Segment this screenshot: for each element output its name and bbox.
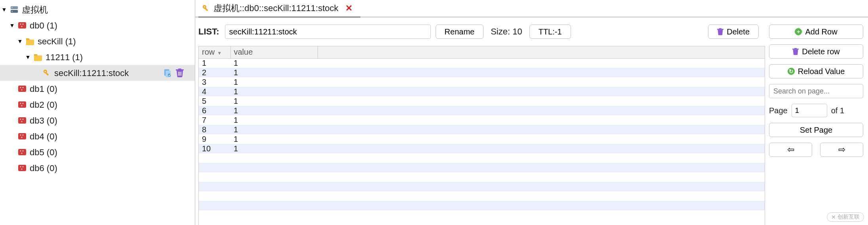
cell-row: 6	[199, 106, 230, 115]
cell-value: 1	[230, 58, 318, 68]
cell-value: 1	[230, 77, 318, 87]
svg-point-36	[20, 151, 21, 152]
expand-arrow-icon[interactable]: ▼	[25, 54, 31, 60]
cell-value: 1	[230, 134, 318, 144]
plus-icon: +	[795, 28, 802, 35]
svg-point-37	[23, 151, 24, 152]
tree-node-db2[interactable]: db2 (0)	[0, 97, 195, 113]
col-value-header[interactable]: value	[230, 46, 318, 58]
svg-rect-47	[719, 28, 721, 29]
table-row[interactable]: 61	[199, 106, 765, 115]
table-row-empty	[199, 182, 765, 191]
add-row-button[interactable]: + Add Row	[769, 25, 863, 39]
delete-key-button[interactable]: Delete	[708, 25, 759, 39]
content: LIST: Rename Size: 10 TTL:-1 Delete	[195, 17, 868, 225]
svg-point-20	[20, 87, 21, 88]
tab-current-key[interactable]: 虚拟机::db0::secKill:11211:stock ✕	[198, 0, 360, 17]
col-row-header[interactable]: row▼	[199, 46, 230, 58]
tree-node-db3[interactable]: db3 (0)	[0, 113, 195, 128]
tree-node-label: db4 (0)	[30, 132, 57, 141]
tree-node-server[interactable]: ▼ 虚拟机	[0, 2, 195, 17]
svg-point-6	[23, 24, 24, 25]
expand-arrow-icon[interactable]: ▼	[17, 38, 23, 44]
cell-row: 7	[199, 115, 230, 125]
svg-point-44	[204, 6, 205, 8]
svg-point-34	[21, 137, 23, 138]
key-size-label: Size: 10	[491, 27, 522, 37]
rename-button[interactable]: Rename	[436, 25, 484, 39]
svg-point-5	[20, 24, 21, 25]
cell-value: 1	[230, 87, 318, 96]
table-row[interactable]: 51	[199, 96, 765, 106]
search-on-page-input[interactable]	[769, 84, 863, 98]
cell-value: 1	[230, 106, 318, 115]
svg-rect-19	[18, 86, 26, 92]
next-page-button[interactable]: ⇨	[820, 143, 863, 157]
tree-node-db1[interactable]: db1 (0)	[0, 81, 195, 97]
copy-key-icon[interactable]	[163, 69, 172, 77]
close-tab-icon[interactable]: ✕	[345, 3, 352, 13]
right-actions: + Add Row Delete row ↻ Reload Value Page	[765, 17, 868, 225]
svg-point-38	[21, 153, 23, 154]
tabbar: 虚拟机::db0::secKill:11211:stock ✕	[195, 0, 868, 17]
reload-value-button[interactable]: ↻ Reload Value	[769, 64, 863, 78]
key-name-input[interactable]	[225, 25, 431, 39]
main-pane: 虚拟机::db0::secKill:11211:stock ✕ LIST: Re…	[195, 0, 868, 225]
table-row-empty	[199, 172, 765, 182]
database-icon	[17, 20, 27, 31]
svg-point-7	[21, 26, 23, 27]
svg-rect-4	[18, 22, 26, 29]
cell-value: 1	[230, 68, 318, 77]
svg-point-32	[20, 135, 21, 136]
svg-point-21	[23, 87, 24, 88]
database-icon	[17, 147, 27, 157]
page-of-label: of 1	[831, 106, 844, 115]
page-label: Page	[769, 106, 788, 115]
svg-rect-35	[18, 149, 26, 155]
server-icon	[9, 4, 19, 15]
table-row[interactable]: 81	[199, 125, 765, 134]
database-icon	[17, 84, 27, 94]
svg-point-41	[23, 166, 24, 168]
table-row[interactable]: 71	[199, 115, 765, 125]
database-icon	[17, 99, 27, 110]
folder-icon	[33, 52, 43, 62]
delete-row-button[interactable]: Delete row	[769, 44, 863, 59]
svg-rect-27	[18, 117, 26, 124]
tree-node-seckill[interactable]: ▼ secKill (1)	[0, 33, 195, 49]
svg-rect-18	[181, 72, 181, 76]
tree-node-key-selected[interactable]: secKill:11211:stock	[0, 65, 195, 81]
table-row[interactable]: 101	[199, 144, 765, 153]
delete-key-icon[interactable]	[176, 69, 184, 77]
table-row[interactable]: 21	[199, 68, 765, 77]
tree-node-db5[interactable]: db5 (0)	[0, 144, 195, 160]
ttl-button[interactable]: TTL:-1	[529, 25, 571, 39]
svg-rect-39	[18, 165, 26, 171]
svg-point-28	[20, 119, 21, 120]
tree-node-db0[interactable]: ▼ db0 (1)	[0, 17, 195, 33]
svg-rect-15	[178, 69, 181, 70]
cell-value: 1	[230, 144, 318, 153]
tree-node-db4[interactable]: db4 (0)	[0, 128, 195, 144]
tree-node-db6[interactable]: db6 (0)	[0, 160, 195, 176]
svg-point-24	[20, 103, 21, 104]
svg-point-26	[21, 105, 23, 107]
page-number-input[interactable]	[792, 104, 827, 117]
table-row[interactable]: 11	[199, 58, 765, 68]
database-icon	[17, 163, 27, 173]
key-icon	[42, 68, 52, 78]
table-row[interactable]: 31	[199, 77, 765, 87]
table-row-empty	[199, 191, 765, 201]
expand-arrow-icon[interactable]: ▼	[9, 23, 15, 28]
tree-node-11211[interactable]: ▼ 11211 (1)	[0, 49, 195, 65]
cell-value: 1	[230, 96, 318, 106]
table-row-empty	[199, 201, 765, 210]
svg-point-42	[21, 169, 23, 170]
col-spacer-header	[318, 46, 765, 58]
tree-node-label: db1 (0)	[30, 84, 57, 93]
prev-page-button[interactable]: ⇦	[769, 143, 812, 157]
table-row[interactable]: 41	[199, 87, 765, 96]
set-page-button[interactable]: Set Page	[769, 123, 863, 137]
table-row[interactable]: 91	[199, 134, 765, 144]
expand-arrow-icon[interactable]: ▼	[1, 7, 8, 12]
